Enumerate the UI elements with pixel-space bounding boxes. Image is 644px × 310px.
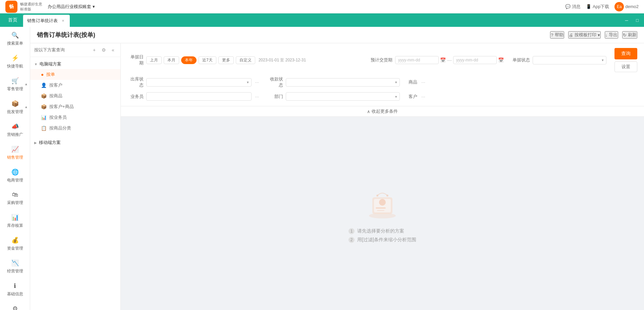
sidebar-item-finance[interactable]: 💰 资金管理 [0, 232, 30, 255]
mobile-scheme-group-header[interactable]: ▶ 移动端方案 [30, 138, 120, 148]
sidebar-item-system[interactable]: ⚙ 系统管理 [0, 300, 30, 310]
desktop-scheme-group-header[interactable]: ▼ 电脑端方案 [30, 59, 120, 69]
message-button[interactable]: 💬 消息 [565, 4, 581, 10]
receive-status-select[interactable] [286, 78, 400, 87]
mobile-scheme-group: ▶ 移动端方案 [30, 136, 120, 150]
add-scheme-button[interactable]: + [91, 47, 98, 53]
app-download-button[interactable]: 📱 App下载 [586, 4, 609, 10]
settings-button[interactable]: 设置 [614, 61, 637, 72]
scheme-icon-按单: ● [41, 72, 44, 77]
empty-tip-1: 1 请先选择要分析的方案 [348, 228, 416, 234]
filter-row-2: 出库状态 ··· 收款状态 商品 [127, 76, 637, 88]
empty-tips: 1 请先选择要分析的方案 2 用[过滤]条件来缩小分析范围 [348, 228, 416, 243]
filter-body-wrapper: 按以下方案查询 + ⚙ « ▼ 电脑端方案 ● 按单 👤 [30, 43, 644, 310]
sidebar-item-stock[interactable]: 📊 库存核算 [0, 209, 30, 232]
left-panel-header: 按以下方案查询 + ⚙ « [30, 43, 120, 57]
last7-button[interactable]: 近7天 [199, 56, 216, 64]
refresh-button[interactable]: ↻ 刷新 [622, 31, 637, 39]
doc-status-content [533, 56, 606, 64]
sidebar-item-quicknav[interactable]: ⚡ 快捷导航 [0, 50, 30, 72]
dept-content [286, 92, 400, 101]
calendar-start-icon[interactable]: 📅 [440, 57, 446, 63]
scheme-icon-按商品: 📦 [41, 93, 47, 99]
help-button[interactable]: ? 帮助 [550, 31, 564, 39]
filter-row-1: 单据日期 上月 本月 本年 近7天 更多 自定义 2023-01-01 至 20… [127, 48, 637, 72]
sidebar-item-sales[interactable]: 📈 销售管理 [0, 141, 30, 164]
refresh-icon: ↻ [623, 33, 627, 38]
scheme-item-按单[interactable]: ● 按单 [30, 69, 120, 80]
export-button[interactable]: ↓ 导出 [605, 31, 619, 39]
tab-home[interactable]: 首页 [3, 13, 23, 27]
expected-date-end-input[interactable] [453, 56, 497, 64]
sidebar-item-wholesale[interactable]: 📦 批发管理 ▲ [0, 95, 30, 118]
doc-status-label: 单据状态 [509, 57, 533, 63]
this-month-button[interactable]: 本月 [164, 56, 179, 64]
content-area: 销售订单统计表(按单) ? 帮助 🖨 按模板打印 ▾ ↓ 导出 ↻ 刷新 [30, 27, 644, 310]
ecommerce-icon: 🌐 [11, 168, 19, 176]
purchase-icon: 🛍 [12, 191, 18, 198]
scheme-item-按客户+商品[interactable]: 📦 按客户+商品 [30, 101, 120, 112]
dept-select[interactable] [286, 92, 400, 101]
ship-status-dots[interactable]: ··· [254, 80, 260, 85]
customer-label: 客户 [407, 94, 420, 100]
tip-num-2: 2 [348, 237, 355, 243]
query-button[interactable]: 查询 [614, 48, 637, 59]
user-menu[interactable]: Ea demo2 [614, 2, 639, 11]
filter-row-3: 业务员 ··· 部门 客户 ··· [127, 92, 637, 101]
content-body: 1 请先选择要分析的方案 2 用[过滤]条件来缩小分析范围 [121, 117, 644, 310]
tabbar: 首页 销售订单统计表 × ─ □ [0, 13, 644, 27]
ship-status-select[interactable] [146, 78, 252, 87]
date-filter-content: 上月 本月 本年 近7天 更多 自定义 2023-01-01 至 2023-12… [146, 56, 368, 64]
expected-date-start-input[interactable] [395, 56, 439, 64]
custom-date-button[interactable]: 自定义 [236, 56, 255, 64]
print-button[interactable]: 🖨 按模板打印 ▾ [568, 31, 601, 39]
workspace-selector[interactable]: 办公用品行业模拟账套 ▾ [45, 2, 98, 11]
empty-state: 1 请先选择要分析的方案 2 用[过滤]条件来缩小分析范围 [121, 117, 644, 310]
sidebar-item-marketing[interactable]: 📣 营销推广 [0, 118, 30, 141]
wholesale-arrow-icon: ▲ [24, 105, 28, 109]
scheme-settings-icon[interactable]: ⚙ [100, 47, 107, 53]
sidebar-item-ecommerce[interactable]: 🌐 电商管理 [0, 164, 30, 187]
collapse-panel-button[interactable]: « [110, 47, 116, 53]
export-icon: ↓ [605, 33, 608, 38]
collapse-more-button[interactable]: ∧ 收起更多条件 [121, 106, 644, 116]
salesman-dots[interactable]: ··· [254, 94, 260, 99]
print-chevron-icon: ▾ [598, 33, 600, 38]
sidebar-item-retail[interactable]: 🛒 零售管理 ▲ [0, 72, 30, 95]
tab-maximize-button[interactable]: □ [633, 16, 641, 24]
app-icon: 📱 [586, 4, 591, 9]
scheme-item-按商品[interactable]: 📦 按商品 [30, 91, 120, 101]
stock-icon: 📊 [11, 214, 19, 221]
svg-rect-4 [376, 207, 386, 209]
sidebar-item-operations[interactable]: 📉 经营管理 [0, 255, 30, 277]
last-month-button[interactable]: 上月 [146, 56, 162, 64]
sales-icon: 📈 [11, 146, 19, 153]
salesman-input[interactable] [146, 92, 252, 101]
product-content: ··· [420, 80, 637, 85]
salesman-label: 业务员 [127, 94, 146, 100]
tab-minimize-button[interactable]: ─ [623, 16, 631, 24]
sidebar-item-purchase[interactable]: 🛍 采购管理 [0, 187, 30, 209]
print-icon: 🖨 [569, 33, 573, 38]
sidebar-item-search[interactable]: 🔍 搜索菜单 [0, 27, 30, 50]
empty-illustration [362, 184, 402, 224]
date-label: 单据日期 [127, 54, 146, 66]
doc-status-select[interactable] [533, 56, 606, 64]
tab-sales-order-stats[interactable]: 销售订单统计表 × [23, 15, 70, 27]
receive-status-content [286, 78, 400, 87]
system-icon: ⚙ [12, 305, 18, 310]
workspace-chevron-icon: ▾ [93, 4, 95, 9]
sidebar-item-basic[interactable]: ℹ 基础信息 [0, 277, 30, 300]
svg-point-3 [379, 199, 386, 206]
scheme-item-按商品分类[interactable]: 📋 按商品分类 [30, 123, 120, 134]
customer-dots[interactable]: ··· [420, 94, 427, 99]
scheme-item-按客户[interactable]: 👤 按客户 [30, 80, 120, 91]
scheme-item-按业务员[interactable]: 📊 按业务员 [30, 112, 120, 123]
tab-close-button[interactable]: × [60, 18, 66, 23]
date-separator: — [447, 57, 452, 63]
this-year-button[interactable]: 本年 [181, 56, 197, 64]
calendar-end-icon[interactable]: 📅 [498, 57, 504, 63]
more-date-button[interactable]: 更多 [218, 56, 234, 64]
basic-icon: ℹ [14, 282, 16, 290]
product-dots[interactable]: ··· [420, 80, 427, 85]
